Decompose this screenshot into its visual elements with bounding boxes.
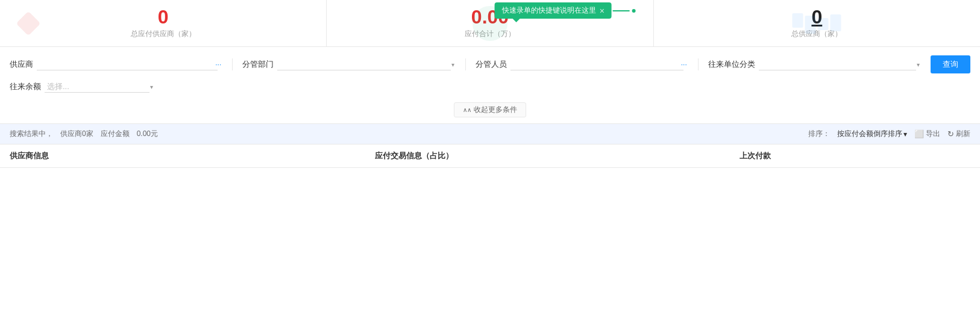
collapse-chevron-icon: ∧∧ <box>463 107 471 113</box>
balance-input[interactable] <box>45 81 149 93</box>
table-area: 供应商信息 应付交易信息（占比） 上次付款 <box>0 144 980 310</box>
divider-2 <box>465 58 466 70</box>
result-summary: 搜索结果中， 供应商0家 应付金额 0.00元 <box>10 129 158 139</box>
refresh-button[interactable]: ↻ 刷新 <box>947 129 970 139</box>
manager-more-btn[interactable]: ··· <box>681 60 687 69</box>
divider-1 <box>232 58 233 70</box>
collapse-bar: ∧∧ 收起更多条件 <box>10 99 970 123</box>
sort-chevron-icon: ▾ <box>903 130 907 138</box>
stat-total-payable-amount: 0.00 应付合计（万） 快速录单的快捷键说明在这里 × <box>327 0 653 46</box>
filter-group-division: 分管部门 ▾ <box>242 58 455 70</box>
stat-label-payable-suppliers: 总应付供应商（家） <box>131 29 196 39</box>
stat-total-payable-suppliers: 0 总应付供应商（家） <box>0 0 327 46</box>
table-header: 供应商信息 应付交易信息（占比） 上次付款 <box>0 144 980 168</box>
supplier-count: 供应商0家 <box>60 129 93 139</box>
supplier-label: 供应商 <box>10 59 33 70</box>
sort-label: 排序： <box>808 129 830 139</box>
supplier-more-btn[interactable]: ··· <box>215 60 221 69</box>
stat-label-payable-amount: 应付合计（万） <box>465 29 515 39</box>
col-header-supplier-info: 供应商信息 <box>10 150 375 161</box>
export-button[interactable]: ⬜ 导出 <box>914 129 940 139</box>
filter-area: 供应商 ··· 分管部门 ▾ 分管人员 ··· 往来单位分类 ▾ 查询 <box>0 47 980 124</box>
tooltip-text: 快速录单的快捷键说明在这里 <box>502 5 596 16</box>
search-result-text: 搜索结果中， <box>10 129 53 139</box>
stats-bar: 0 总应付供应商（家） 0.00 应付合计（万） 快速录单的快捷键说明在这里 × <box>0 0 980 47</box>
svg-rect-1 <box>20 16 36 31</box>
division-input[interactable] <box>277 58 450 70</box>
shortcut-tooltip: 快速录单的快捷键说明在这里 × <box>495 2 612 19</box>
tooltip-close[interactable]: × <box>600 6 605 16</box>
refresh-label: 刷新 <box>956 129 970 139</box>
divider-3 <box>698 58 699 70</box>
sort-select[interactable]: 按应付会额倒序排序 ▾ <box>837 129 907 139</box>
boxes-bg-icon <box>793 13 841 34</box>
collapse-button[interactable]: ∧∧ 收起更多条件 <box>454 102 526 117</box>
manager-label: 分管人员 <box>476 59 507 70</box>
unit-category-chevron-icon[interactable]: ▾ <box>917 61 920 68</box>
unit-category-input[interactable] <box>759 58 916 70</box>
manager-input[interactable] <box>510 58 683 70</box>
filter-group-supplier: 供应商 ··· <box>10 58 222 70</box>
col-header-trade-info: 应付交易信息（占比） <box>375 150 740 161</box>
filter-row-2: 往来余额 ▾ <box>10 81 970 93</box>
filter-group-balance: 往来余额 ▾ <box>10 81 154 93</box>
export-icon: ⬜ <box>914 129 924 138</box>
collapse-label: 收起更多条件 <box>474 105 517 115</box>
table-body <box>0 168 980 310</box>
filter-group-unit-category: 往来单位分类 ▾ <box>708 58 921 70</box>
query-button[interactable]: 查询 <box>931 55 970 73</box>
export-label: 导出 <box>926 129 940 139</box>
division-chevron-icon[interactable]: ▾ <box>451 61 454 68</box>
amount-value: 0.00元 <box>137 129 158 139</box>
balance-label: 往来余额 <box>10 81 41 92</box>
result-actions: 排序： 按应付会额倒序排序 ▾ ⬜ 导出 ↻ 刷新 <box>808 129 970 139</box>
result-bar: 搜索结果中， 供应商0家 应付金额 0.00元 排序： 按应付会额倒序排序 ▾ … <box>0 124 980 144</box>
amount-label: 应付金额 <box>101 129 130 139</box>
refresh-icon: ↻ <box>947 129 954 138</box>
division-label: 分管部门 <box>242 59 274 70</box>
filter-row-1: 供应商 ··· 分管部门 ▾ 分管人员 ··· 往来单位分类 ▾ 查询 <box>10 55 970 73</box>
col-header-last-payment: 上次付款 <box>740 150 970 161</box>
unit-category-label: 往来单位分类 <box>708 59 755 70</box>
balance-chevron-icon[interactable]: ▾ <box>150 84 153 90</box>
stat-total-suppliers: 0 总供应商（家） <box>654 0 980 46</box>
filter-group-manager: 分管人员 ··· <box>476 58 688 70</box>
svg-rect-0 <box>17 11 40 34</box>
sort-value: 按应付会额倒序排序 <box>837 129 902 139</box>
supplier-input[interactable] <box>37 58 218 70</box>
stat-number-payable-suppliers: 0 <box>158 7 169 26</box>
